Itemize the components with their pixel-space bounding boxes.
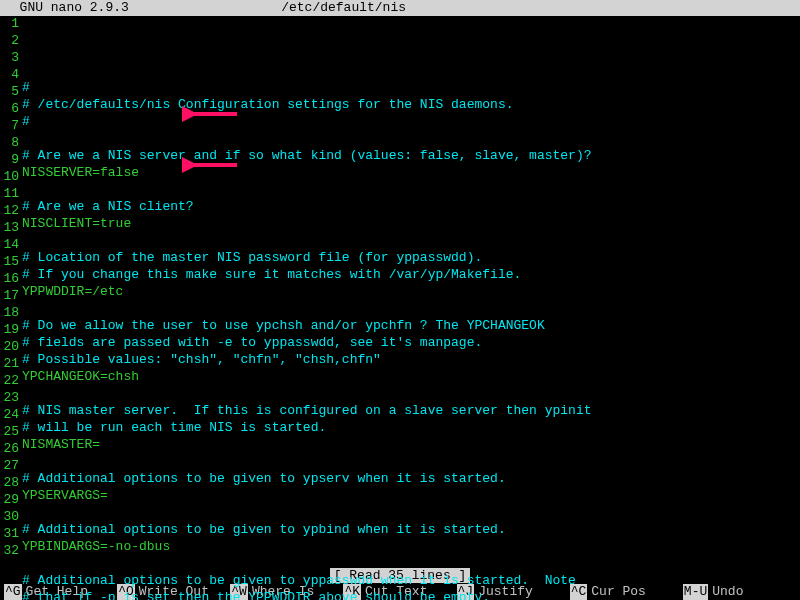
code-line[interactable]: # Do we allow the user to use ypchsh and…: [22, 318, 800, 335]
code-line[interactable]: [22, 386, 800, 403]
line-number: 8: [0, 135, 19, 152]
code-line[interactable]: [22, 233, 800, 250]
line-number: 3: [0, 50, 19, 67]
line-number: 29: [0, 492, 19, 509]
titlebar: GNU nano 2.9.3 /etc/default/nis: [0, 0, 800, 16]
line-number: 5: [0, 84, 19, 101]
line-number: 2: [0, 33, 19, 50]
line-number: 26: [0, 441, 19, 458]
code-line[interactable]: # Are we a NIS server and if so what kin…: [22, 148, 800, 165]
code-line[interactable]: [22, 505, 800, 522]
code-line[interactable]: YPPWDDIR=/etc: [22, 284, 800, 301]
line-number: 10: [0, 169, 19, 186]
code-line[interactable]: # Possible values: "chsh", "chfn", "chsh…: [22, 352, 800, 369]
code-line[interactable]: YPCHANGEOK=chsh: [22, 369, 800, 386]
code-line[interactable]: YPBINDARGS=-no-dbus: [22, 539, 800, 556]
line-number-gutter: 1234567891011121314151617181920212223242…: [0, 16, 22, 568]
code-line[interactable]: # fields are passed with -e to yppasswdd…: [22, 335, 800, 352]
shortcut-key: ^G: [4, 584, 22, 600]
line-number: 20: [0, 339, 19, 356]
code-line[interactable]: # Are we a NIS client?: [22, 199, 800, 216]
code-line[interactable]: # NIS master server. If this is configur…: [22, 403, 800, 420]
code-line[interactable]: # that if -p is set then the YPPWDDIR ab…: [22, 590, 800, 600]
code-line[interactable]: [22, 301, 800, 318]
code-line[interactable]: # If you change this make sure it matche…: [22, 267, 800, 284]
line-number: 19: [0, 322, 19, 339]
line-number: 21: [0, 356, 19, 373]
code-line[interactable]: NISCLIENT=true: [22, 216, 800, 233]
code-line[interactable]: # Additional options to be given to ypse…: [22, 471, 800, 488]
line-number: 13: [0, 220, 19, 237]
code-line[interactable]: #: [22, 114, 800, 131]
line-number: 32: [0, 543, 19, 560]
line-number: 22: [0, 373, 19, 390]
code-line[interactable]: NISSERVER=false: [22, 165, 800, 182]
line-number: 31: [0, 526, 19, 543]
line-number: 23: [0, 390, 19, 407]
editor-content[interactable]: ## /etc/defaults/nis Configuration setti…: [22, 16, 800, 568]
file-path: /etc/default/nis: [281, 0, 796, 16]
code-line[interactable]: #: [22, 80, 800, 97]
code-line[interactable]: # Additional options to be given to yppa…: [22, 573, 800, 590]
editor[interactable]: 1234567891011121314151617181920212223242…: [0, 16, 800, 568]
code-line[interactable]: # Location of the master NIS password fi…: [22, 250, 800, 267]
line-number: 24: [0, 407, 19, 424]
code-line[interactable]: # /etc/defaults/nis Configuration settin…: [22, 97, 800, 114]
line-number: 25: [0, 424, 19, 441]
code-line[interactable]: # Additional options to be given to ypbi…: [22, 522, 800, 539]
code-line[interactable]: NISMASTER=: [22, 437, 800, 454]
line-number: 11: [0, 186, 19, 203]
line-number: 18: [0, 305, 19, 322]
code-line[interactable]: YPSERVARGS=: [22, 488, 800, 505]
line-number: 9: [0, 152, 19, 169]
line-number: 4: [0, 67, 19, 84]
line-number: 12: [0, 203, 19, 220]
code-line[interactable]: [22, 182, 800, 199]
line-number: 28: [0, 475, 19, 492]
line-number: 17: [0, 288, 19, 305]
code-line[interactable]: [22, 556, 800, 573]
line-number: 16: [0, 271, 19, 288]
line-number: 15: [0, 254, 19, 271]
app-name: GNU nano 2.9.3: [4, 0, 281, 16]
line-number: 1: [0, 16, 19, 33]
line-number: 27: [0, 458, 19, 475]
line-number: 7: [0, 118, 19, 135]
code-line[interactable]: # will be run each time NIS is started.: [22, 420, 800, 437]
line-number: 30: [0, 509, 19, 526]
line-number: 14: [0, 237, 19, 254]
code-line[interactable]: [22, 131, 800, 148]
line-number: 6: [0, 101, 19, 118]
code-line[interactable]: [22, 454, 800, 471]
